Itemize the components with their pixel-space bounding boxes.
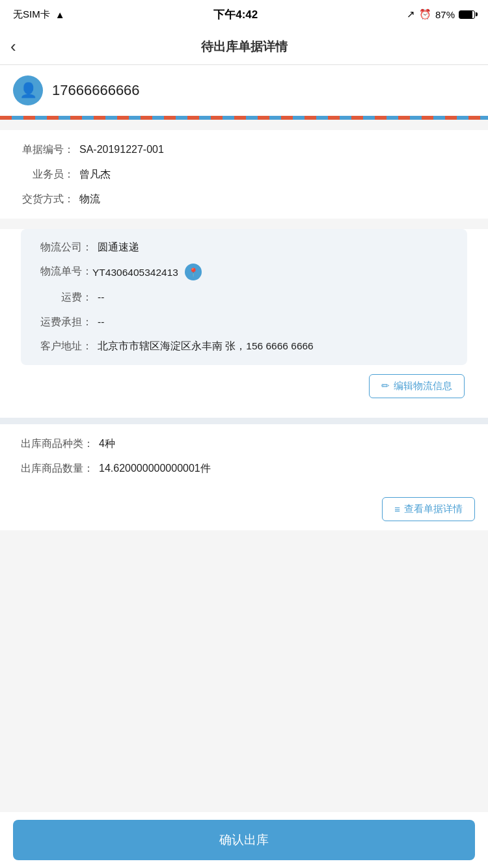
- salesman-value: 曾凡杰: [79, 167, 472, 182]
- carrier-text: 无SIM卡: [13, 8, 50, 21]
- edit-btn-label: 编辑物流信息: [394, 380, 452, 392]
- freight-bear-row: 运费承担： --: [34, 314, 454, 329]
- nav-bar: ‹ 待出库单据详情: [0, 29, 488, 65]
- customer-header: 👤 17666666666: [0, 65, 488, 116]
- delivery-label: 交货方式：: [16, 191, 74, 207]
- address-row: 客户地址： 北京市市辖区海淀区永丰南 张，156 6666 6666: [34, 338, 454, 355]
- avatar: 👤: [13, 75, 43, 105]
- freight-bear-label: 运费承担：: [34, 314, 92, 329]
- view-details-area: ≡ 查看单据详情: [0, 488, 488, 530]
- delivery-value: 物流: [79, 191, 472, 207]
- delivery-row: 交货方式： 物流: [16, 191, 472, 207]
- view-icon: ≡: [394, 504, 400, 515]
- alarm-icon: ⏰: [419, 8, 431, 20]
- avatar-icon: 👤: [20, 82, 37, 99]
- page-title: 待出库单据详情: [201, 38, 288, 55]
- logistics-tracking-value: YT4306405342413: [92, 265, 178, 280]
- edit-icon: ✏: [381, 380, 390, 392]
- battery-percent: 87%: [435, 9, 455, 20]
- salesman-row: 业务员： 曾凡杰: [16, 167, 472, 182]
- freight-row: 运费： --: [34, 290, 454, 305]
- doc-no-label: 单据编号：: [16, 142, 74, 157]
- location-icon: ↗: [407, 8, 415, 20]
- status-time: 下午4:42: [213, 7, 258, 22]
- wifi-icon: ▲: [55, 9, 65, 20]
- doc-no-row: 单据编号： SA-20191227-001: [16, 142, 472, 157]
- inventory-type-label: 出库商品种类：: [16, 436, 94, 452]
- logistics-company-row: 物流公司： 圆通速递: [34, 239, 454, 254]
- inventory-quantity-row: 出库商品数量： 14.620000000000001件: [16, 461, 472, 476]
- doc-info-section: 单据编号： SA-20191227-001 业务员： 曾凡杰 交货方式： 物流: [0, 130, 488, 219]
- logistics-company-label: 物流公司：: [34, 239, 92, 254]
- confirm-btn-wrapper: 确认出库: [0, 812, 488, 868]
- back-button[interactable]: ‹: [10, 36, 16, 57]
- address-label: 客户地址：: [34, 338, 92, 353]
- logistics-section: 物流公司： 圆通速递 物流单号： YT4306405342413 📍 运费： -…: [21, 229, 467, 365]
- inventory-section: 出库商品种类： 4种 出库商品数量： 14.620000000000001件: [0, 424, 488, 488]
- status-bar: 无SIM卡 ▲ 下午4:42 ↗ ⏰ 87%: [0, 0, 488, 29]
- view-details-button[interactable]: ≡ 查看单据详情: [382, 497, 475, 521]
- freight-label: 运费：: [34, 290, 92, 305]
- salesman-label: 业务员：: [16, 167, 74, 182]
- content-spacer: [0, 530, 488, 647]
- view-btn-label: 查看单据详情: [404, 503, 463, 515]
- inventory-type-row: 出库商品种类： 4种: [16, 436, 472, 452]
- logistics-tracking-label: 物流单号：: [34, 264, 92, 278]
- inventory-quantity-label: 出库商品数量：: [16, 461, 94, 476]
- battery-icon: [459, 10, 475, 19]
- status-left: 无SIM卡 ▲: [13, 8, 65, 21]
- edit-logistics-button[interactable]: ✏ 编辑物流信息: [369, 374, 465, 398]
- status-right: ↗ ⏰ 87%: [407, 8, 475, 20]
- doc-no-value: SA-20191227-001: [79, 142, 472, 157]
- section-separator: [0, 418, 488, 424]
- inventory-type-value: 4种: [99, 436, 472, 452]
- logistics-company-value: 圆通速递: [98, 239, 454, 254]
- address-value: 北京市市辖区海淀区永丰南 张，156 6666 6666: [98, 338, 454, 355]
- confirm-outbound-button[interactable]: 确认出库: [13, 820, 475, 860]
- freight-bear-value: --: [98, 314, 454, 329]
- dashed-divider: [0, 116, 488, 120]
- logistics-tracking-row: 物流单号： YT4306405342413 📍: [34, 264, 454, 280]
- customer-phone: 17666666666: [52, 82, 140, 99]
- freight-value: --: [98, 290, 454, 305]
- tracking-location-icon[interactable]: 📍: [185, 264, 202, 280]
- inventory-quantity-value: 14.620000000000001件: [99, 461, 472, 476]
- edit-logistics-area: ✏ 编辑物流信息: [10, 365, 478, 407]
